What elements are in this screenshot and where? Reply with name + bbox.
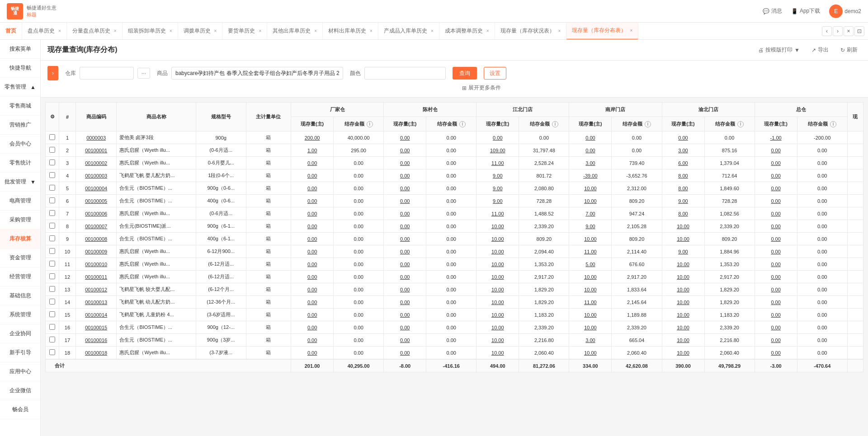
info-icon-na[interactable]: i [645,121,651,127]
collapse-btn[interactable]: › [47,66,58,80]
tab-pandian-close[interactable]: × [58,28,61,33]
tab-chanchengruku-close[interactable]: × [431,28,434,33]
sidebar-item-guide[interactable]: 新手引导 [0,343,40,362]
sidebar-item-collab[interactable]: 企业协同 [0,324,40,343]
row-checkbox[interactable] [46,347,59,360]
footer-current [847,359,863,372]
row-checkbox[interactable] [46,283,59,296]
tab-zuhe[interactable]: 组装拆卸单历史 × [123,23,178,40]
sidebar-item-finance[interactable]: 资金管理 [0,248,40,267]
info-icon-cc[interactable]: i [459,121,466,127]
color-input[interactable] [364,67,446,80]
info-icon-jb[interactable]: i [552,121,558,127]
row-checkbox[interactable] [46,182,59,195]
nav-prev[interactable]: ‹ [822,26,832,36]
sidebar-item-retailstat[interactable]: 零售统计 [0,154,40,173]
row-checkbox[interactable] [46,296,59,309]
sidebar-item-inventory[interactable]: 库存核算 [0,230,40,248]
row-checkbox[interactable] [46,157,59,169]
tab-cunliang-status[interactable]: 现存量（库存状况表）× [495,23,567,40]
info-icon-zc[interactable]: i [830,121,836,127]
sidebar-item-ops[interactable]: 经营管理 [0,267,40,286]
tab-qitachu[interactable]: 其他出库单历史 × [267,23,323,40]
row-checkbox[interactable] [46,220,59,233]
sidebar-item-purchase[interactable]: 采购管理 [0,211,40,230]
tab-cailiaochuku-close[interactable]: × [370,28,373,33]
tab-chengbentz[interactable]: 成本调整单历史 × [439,23,495,40]
table-row: 7 00100006 惠氏启腥（Wyeth illu... (0-6月适... … [46,207,863,220]
th-settings[interactable]: ⚙ [46,103,59,131]
tab-chengbentz-close[interactable]: × [486,28,489,33]
export-btn[interactable]: ↗ 导出 [808,44,832,56]
user-area[interactable]: E demo2 [829,5,861,18]
nav-expand[interactable]: ⊡ [854,26,864,36]
row-checkbox[interactable] [46,258,59,271]
sidebar-item-member[interactable]: 会员中心 [0,135,40,154]
tab-yaohuo-close[interactable]: × [259,28,261,33]
tab-yaohuo[interactable]: 要货单历史 × [222,23,267,40]
tab-home[interactable]: 首页 [0,23,22,40]
tab-cunliang-dist[interactable]: 现存量（库存分布表）× [566,23,638,40]
row-name: 惠氏启腥（Wyeth illu... [117,258,196,271]
app-download-action[interactable]: 📱 App下载 [791,7,820,15]
info-icon-yb[interactable]: i [737,121,744,127]
sidebar-item-retail[interactable]: 零售管理 ▲ [0,78,40,97]
tab-fenpandian[interactable]: 分量盘点单历史 × [67,23,123,40]
tab-cunliang-status-close[interactable]: × [558,28,561,33]
row-checkbox[interactable] [46,309,59,321]
tab-fenpandian-close[interactable]: × [114,28,117,33]
tab-cailiaochuku[interactable]: 材料出库单历史 × [323,23,378,40]
sidebar-item-system[interactable]: 系统管理 [0,305,40,324]
sidebar-item-search[interactable]: 搜索英单 [0,40,40,59]
row-name: 合生元（BIOSTIME）... [117,233,196,245]
print-btn[interactable]: 🖨 按模版打印 ▼ [755,44,803,56]
th-changjiancun: 厂家仓 [291,103,384,117]
tab-pandian[interactable]: 盘点单历史 × [22,23,67,40]
footer-cc-amt: -416.16 [426,359,476,372]
row-checkbox[interactable] [46,207,59,220]
row-checkbox[interactable] [46,271,59,283]
sidebar-item-marketing[interactable]: 营销推广 [0,116,40,135]
warehouse-field: 仓库 ··· [65,67,150,80]
tab-zuhe-close[interactable]: × [170,28,172,33]
nav-close[interactable]: × [844,26,854,36]
warehouse-ellipsis[interactable]: ··· [137,68,150,79]
message-action[interactable]: 💬 消息 [763,7,782,15]
row-checkbox[interactable] [46,169,59,182]
row-jb-qty: 0.00 [476,131,519,144]
sidebar-item-corpwx[interactable]: 企业微信 [0,381,40,400]
row-checkbox[interactable] [46,131,59,144]
nav-next[interactable]: › [833,26,843,36]
row-checkbox[interactable] [46,195,59,207]
sidebar-item-base[interactable]: 基础信息 [0,286,40,305]
expand-conditions-btn[interactable]: ⊞ 展开更多条件 [462,84,501,92]
setting-button[interactable]: 设置 [484,67,506,80]
product-input[interactable] [171,67,343,80]
row-checkbox[interactable] [46,321,59,334]
tab-diaobuo-close[interactable]: × [214,28,217,33]
row-checkbox[interactable] [46,144,59,157]
info-icon-cj[interactable]: i [367,121,373,127]
tab-diaobuo[interactable]: 调拨单历史 × [178,23,223,40]
row-cc-qty: 0.00 [384,220,426,233]
tab-cunliang-dist-close[interactable]: × [630,28,632,33]
row-checkbox[interactable] [46,245,59,258]
tab-qitachu-close[interactable]: × [314,28,317,33]
row-zc-qty: 0.00 [755,233,797,245]
sidebar-item-retailshop[interactable]: 零售商城 [0,97,40,116]
row-checkbox[interactable] [46,334,59,347]
row-jb-amt: 1,829.20 [519,296,569,309]
refresh-btn[interactable]: ↻ 刷新 [837,44,861,56]
row-checkbox[interactable] [46,233,59,245]
sidebar-item-ecom[interactable]: 电商管理 [0,192,40,211]
warehouse-input[interactable] [80,67,134,80]
query-button[interactable]: 查询 [453,67,477,80]
sidebar-item-nav[interactable]: 快捷导航 [0,59,40,78]
gear-icon[interactable]: ⚙ [50,114,55,119]
sidebar-item-member2[interactable]: 畅会员 [0,400,40,419]
sidebar-item-appcenter[interactable]: 应用中心 [0,362,40,381]
row-current [847,296,863,309]
sidebar-item-wholesale[interactable]: 批发管理 ▼ [0,173,40,192]
table-row: 3 00100002 惠氏启腥（Wyeth illu... 0-6月婴儿... … [46,157,863,169]
tab-chanchengruku[interactable]: 产成品入库单历史 × [378,23,439,40]
